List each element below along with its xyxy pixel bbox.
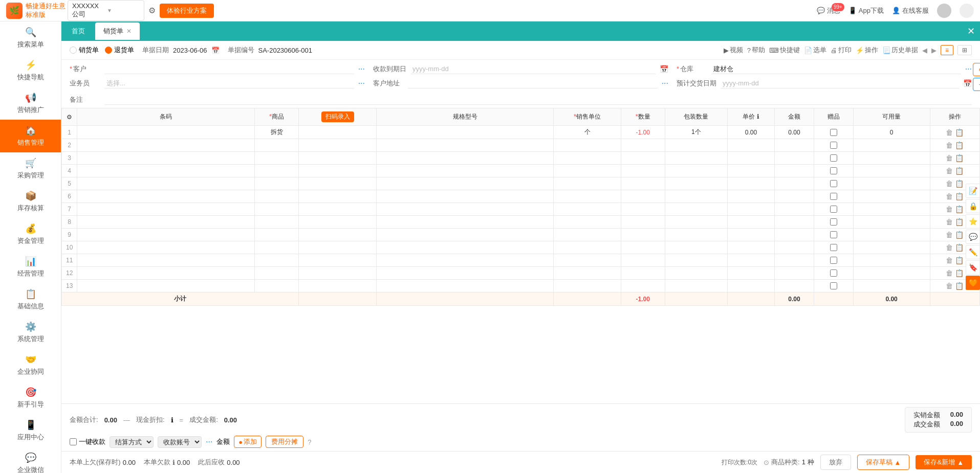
view-grid-button[interactable]: ⊞ <box>957 45 972 55</box>
gift-checkbox[interactable] <box>830 218 837 226</box>
shortcut-link[interactable]: ⌨ 快捷键 <box>769 46 800 55</box>
delete-row-button[interactable]: 🗑 <box>946 205 953 213</box>
cell-price[interactable] <box>727 190 774 203</box>
company-selector[interactable]: XXXXXX公司 ▼ <box>68 0 144 21</box>
sidebar-item-inventory[interactable]: 📦 库存核算 <box>0 185 61 218</box>
app-download-button[interactable]: 📱 App下载 <box>848 6 884 15</box>
settings-float-button[interactable]: ⚙ ⚙ 设置 <box>973 63 980 76</box>
cell-pkg-qty[interactable] <box>665 203 727 216</box>
cell-gift[interactable] <box>814 216 853 229</box>
add-button[interactable]: ● 添加 <box>234 436 262 448</box>
tab-active[interactable]: 销货单 ✕ <box>95 22 140 40</box>
cell-price[interactable]: 0.00 <box>727 126 774 139</box>
cell-spec[interactable] <box>376 190 554 203</box>
float-star-button[interactable]: ⭐ <box>966 214 980 229</box>
cell-amount[interactable] <box>775 190 814 203</box>
gift-checkbox[interactable] <box>830 206 837 213</box>
cell-barcode[interactable] <box>77 280 255 292</box>
cell-product[interactable] <box>254 280 298 292</box>
float-orange-button[interactable]: 🧡 <box>966 276 980 290</box>
cell-amount[interactable] <box>775 216 814 229</box>
cell-qty[interactable] <box>621 165 665 177</box>
cell-gift[interactable] <box>814 152 853 165</box>
gift-checkbox[interactable] <box>830 257 837 264</box>
copy-row-button[interactable]: 📋 <box>955 192 964 200</box>
discard-button[interactable]: 放弃 <box>820 455 851 470</box>
cell-product[interactable] <box>254 177 298 190</box>
online-service-button[interactable]: 👤 在线客服 <box>892 6 929 15</box>
sidebar-item-system[interactable]: ⚙️ 系统管理 <box>0 316 61 349</box>
sidebar-item-purchase[interactable]: 🛒 采购管理 <box>0 152 61 185</box>
sidebar-item-basics[interactable]: 📋 基础信息 <box>0 283 61 316</box>
tab-home[interactable]: 首页 <box>61 22 95 40</box>
cell-spec[interactable] <box>376 203 554 216</box>
radio-return-order[interactable]: 退货单 <box>105 46 134 55</box>
sidebar-item-finance[interactable]: 💰 资金管理 <box>0 218 61 251</box>
delete-row-button[interactable]: 🗑 <box>946 154 953 162</box>
cell-unit[interactable] <box>554 139 621 152</box>
cell-pkg-qty[interactable] <box>665 241 727 254</box>
cell-product[interactable] <box>254 203 298 216</box>
cell-gift[interactable] <box>814 254 853 267</box>
sidebar-item-enterprise[interactable]: 🤝 企业协同 <box>0 349 61 381</box>
cell-amount[interactable] <box>775 280 814 292</box>
cell-spec[interactable] <box>376 139 554 152</box>
cell-unit[interactable] <box>554 177 621 190</box>
one-click-payment-input[interactable] <box>70 438 77 445</box>
sidebar-item-sales[interactable]: 🏠 销售管理 <box>0 120 61 152</box>
cell-price[interactable] <box>727 203 774 216</box>
gift-checkbox[interactable] <box>830 167 837 174</box>
customer-addr-picker-icon[interactable]: ··· <box>662 79 668 88</box>
cell-price[interactable] <box>727 241 774 254</box>
cell-gift[interactable] <box>814 241 853 254</box>
copy-row-button[interactable]: 📋 <box>955 141 964 149</box>
cell-barcode[interactable] <box>77 139 255 152</box>
avatar-secondary[interactable] <box>960 4 974 18</box>
sidebar-item-appstore[interactable]: 📱 应用中心 <box>0 414 61 447</box>
gift-checkbox[interactable] <box>830 193 837 200</box>
account-picker-icon[interactable]: ··· <box>206 437 212 446</box>
copy-row-button[interactable]: 📋 <box>955 231 964 239</box>
cell-pkg-qty[interactable] <box>665 139 727 152</box>
save-new-button[interactable]: 保存&新增 ▲ <box>916 455 972 469</box>
copy-row-button[interactable]: 📋 <box>955 128 964 137</box>
gift-checkbox[interactable] <box>830 269 837 277</box>
debt-info-icon[interactable]: ℹ <box>172 459 175 466</box>
gift-checkbox[interactable] <box>830 154 837 162</box>
help-tooltip-icon[interactable]: ? <box>308 438 311 446</box>
cell-amount[interactable] <box>775 241 814 254</box>
cell-amount[interactable] <box>775 229 814 241</box>
cell-barcode[interactable] <box>77 267 255 280</box>
copy-row-button[interactable]: 📋 <box>955 179 964 188</box>
expected-delivery-calendar-icon[interactable]: 📅 <box>963 79 972 87</box>
cell-price[interactable] <box>727 216 774 229</box>
cell-pkg-qty[interactable] <box>665 165 727 177</box>
cell-price[interactable] <box>727 229 774 241</box>
float-bookmark-button[interactable]: 🔖 <box>966 260 980 275</box>
cell-product[interactable] <box>254 241 298 254</box>
cell-qty[interactable] <box>621 241 665 254</box>
cell-pkg-qty[interactable] <box>665 267 727 280</box>
cell-product[interactable] <box>254 152 298 165</box>
cell-price[interactable] <box>727 267 774 280</box>
cell-unit[interactable] <box>554 152 621 165</box>
copy-row-button[interactable]: 📋 <box>955 154 964 162</box>
cell-pkg-qty[interactable] <box>665 254 727 267</box>
cell-gift[interactable] <box>814 190 853 203</box>
cell-pkg-qty[interactable] <box>665 216 727 229</box>
logistics-float-button[interactable]: + + 物流 <box>973 78 980 91</box>
cell-spec[interactable] <box>376 254 554 267</box>
cell-price[interactable] <box>727 165 774 177</box>
cell-price[interactable] <box>727 254 774 267</box>
receipt-date-calendar-icon[interactable]: 📅 <box>660 65 668 73</box>
cell-unit[interactable]: 个 <box>554 126 621 139</box>
cell-barcode[interactable] <box>77 165 255 177</box>
cell-barcode[interactable] <box>77 152 255 165</box>
sales-rep-picker-icon[interactable]: ··· <box>358 79 365 88</box>
sales-rep-input[interactable] <box>104 78 354 88</box>
cell-qty[interactable] <box>621 139 665 152</box>
copy-row-button[interactable]: 📋 <box>955 256 964 264</box>
delete-row-button[interactable]: 🗑 <box>946 167 953 175</box>
cell-product[interactable]: 拆货 <box>254 126 298 139</box>
cell-spec[interactable] <box>376 280 554 292</box>
